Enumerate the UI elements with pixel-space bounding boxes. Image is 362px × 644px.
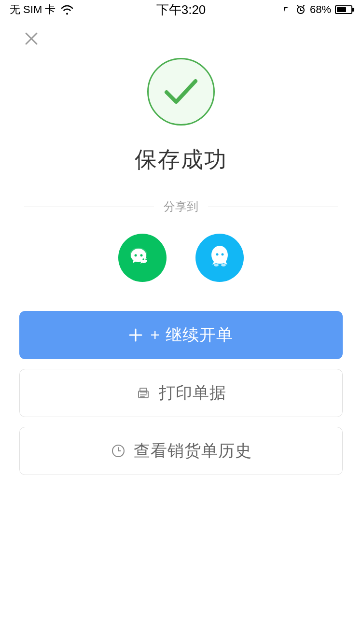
qq-share-button[interactable] bbox=[195, 234, 244, 282]
battery-percent: 68% bbox=[310, 3, 331, 16]
svg-rect-20 bbox=[140, 396, 145, 397]
battery-icon bbox=[335, 5, 352, 14]
svg-point-10 bbox=[142, 258, 144, 260]
svg-point-11 bbox=[145, 258, 147, 260]
svg-point-8 bbox=[135, 254, 137, 256]
qq-icon bbox=[207, 243, 233, 272]
success-title: 保存成功 bbox=[135, 145, 227, 175]
success-indicator bbox=[147, 58, 215, 126]
share-divider: 分享到 bbox=[0, 199, 362, 214]
divider-line-right bbox=[208, 207, 338, 207]
status-bar-time: 下午3:20 bbox=[156, 1, 206, 18]
wechat-share-button[interactable] bbox=[118, 234, 167, 282]
svg-line-3 bbox=[297, 5, 298, 6]
wechat-icon bbox=[128, 245, 157, 271]
history-button[interactable]: 查看销货单历史 bbox=[19, 427, 343, 475]
share-label: 分享到 bbox=[154, 199, 208, 214]
status-bar-left: 无 SIM 卡 bbox=[10, 2, 74, 17]
svg-point-13 bbox=[221, 264, 226, 266]
main-content: 保存成功 分享到 bbox=[0, 19, 362, 475]
svg-point-14 bbox=[216, 253, 218, 256]
divider-line-left bbox=[24, 207, 154, 207]
history-label: 查看销货单历史 bbox=[134, 440, 252, 462]
close-button[interactable] bbox=[19, 27, 43, 51]
svg-point-12 bbox=[214, 264, 219, 266]
wifi-icon bbox=[60, 4, 74, 15]
location-icon bbox=[282, 5, 292, 14]
sim-status: 无 SIM 卡 bbox=[10, 2, 56, 17]
print-icon bbox=[136, 385, 151, 401]
svg-line-4 bbox=[303, 5, 304, 6]
action-buttons: + 继续开单 打印单据 查看销货单历史 bbox=[0, 311, 362, 475]
svg-point-22 bbox=[146, 392, 148, 394]
svg-rect-19 bbox=[140, 394, 147, 395]
continue-button[interactable]: + 继续开单 bbox=[19, 311, 343, 359]
continue-label: + 继续开单 bbox=[150, 324, 233, 346]
status-bar-right: 68% bbox=[282, 3, 352, 16]
status-bar: 无 SIM 卡 下午3:20 68% bbox=[0, 0, 362, 19]
history-icon bbox=[111, 443, 126, 459]
print-label: 打印单据 bbox=[159, 382, 226, 404]
checkmark-icon bbox=[164, 79, 198, 105]
svg-point-15 bbox=[221, 253, 223, 256]
plus-icon bbox=[129, 328, 142, 342]
svg-point-9 bbox=[140, 254, 143, 256]
close-icon bbox=[24, 31, 39, 46]
print-button[interactable]: 打印单据 bbox=[19, 369, 343, 417]
share-icons-container bbox=[118, 234, 244, 282]
alarm-icon bbox=[295, 4, 306, 15]
